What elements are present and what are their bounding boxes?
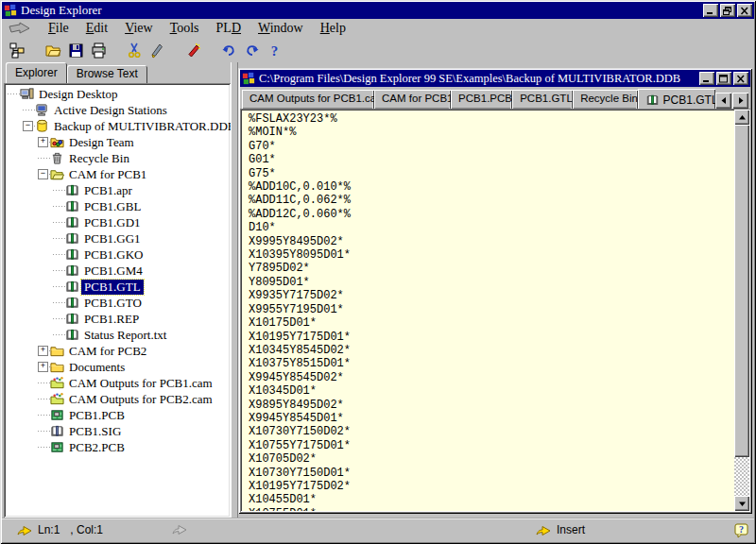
help-button[interactable]: ? xyxy=(263,40,285,60)
chevron-down-icon xyxy=(738,500,747,508)
document-tab[interactable]: CAM Outputs for PCB1.cam xyxy=(242,90,374,109)
tree-item[interactable]: +Design Team xyxy=(5,134,230,150)
menu-file[interactable]: File xyxy=(40,20,77,37)
document-area: C:\Program Files\Design Explorer 99 SE\E… xyxy=(238,62,754,518)
tree-item[interactable]: PCB2.PCB xyxy=(5,439,230,455)
document-tab[interactable]: PCB1.GTL xyxy=(512,90,573,109)
cam-doc-icon xyxy=(65,312,81,327)
tab-scroll-buttons xyxy=(715,93,748,109)
app-window: Design Explorer FileEditViewToolsPLDWind… xyxy=(0,0,756,544)
system-menu-arrow-icon[interactable] xyxy=(8,22,32,35)
doc-close-button[interactable] xyxy=(733,72,748,85)
run-script-button[interactable] xyxy=(181,40,204,60)
tree-item[interactable]: PCB1.PCB xyxy=(5,407,230,423)
tree-item[interactable]: PCB1.GM4 xyxy=(5,263,230,279)
tree-item[interactable]: CAM Outputs for PCB1.cam xyxy=(5,375,230,391)
folder-open-icon xyxy=(50,167,66,182)
tab-scroll-right-button[interactable] xyxy=(732,93,748,109)
undo-button[interactable] xyxy=(217,40,240,60)
print-button[interactable] xyxy=(87,40,110,60)
expand-icon[interactable]: + xyxy=(38,137,48,147)
tree-item-label: Backup of MULTIVIBRATOR.DDB xyxy=(51,119,231,134)
tree-item[interactable]: PCB1.GTL xyxy=(5,279,230,295)
text-line: G70* xyxy=(249,140,734,153)
doc-minimize-button[interactable] xyxy=(699,72,714,85)
menu-pld[interactable]: PLD xyxy=(208,20,249,37)
tree-item[interactable]: +CAM for PCB2 xyxy=(5,343,230,359)
tree-connector xyxy=(52,295,65,311)
cam-doc-icon xyxy=(65,199,81,214)
text-line: X10730Y7150D01* xyxy=(249,467,734,480)
scroll-down-button[interactable] xyxy=(734,496,749,511)
tree-item[interactable]: PCB1.GG1 xyxy=(5,230,230,246)
scroll-up-button[interactable] xyxy=(734,110,749,125)
tree-item-label: CAM Outputs for PCB2.cam xyxy=(66,392,215,407)
menu-view[interactable]: View xyxy=(116,20,162,37)
tree-item[interactable]: −CAM for PCB1 xyxy=(5,166,230,182)
tree-item[interactable]: PCB1.REP xyxy=(5,311,230,327)
tree-item[interactable]: −Backup of MULTIVIBRATOR.DDB xyxy=(5,118,230,134)
tree-connector xyxy=(37,375,50,391)
collapse-icon[interactable]: − xyxy=(23,121,33,131)
expand-icon[interactable]: + xyxy=(38,346,48,356)
menu-window[interactable]: Window xyxy=(249,20,312,37)
tree-connector xyxy=(7,86,20,102)
text-line: %ADD10C,0.010*% xyxy=(249,180,734,194)
tree-item[interactable]: PCB1.GKO xyxy=(5,246,230,263)
minimize-button[interactable] xyxy=(703,4,718,17)
knife-icon xyxy=(149,42,165,59)
doc-maximize-button[interactable] xyxy=(716,72,731,85)
text-line: X10345Y8545D02* xyxy=(249,344,734,357)
tree-item[interactable]: PCB1.GD1 xyxy=(5,214,230,230)
close-button[interactable] xyxy=(737,4,752,17)
tab-explorer[interactable]: Explorer xyxy=(6,62,67,83)
explorer-panel-toggle-button[interactable] xyxy=(6,40,28,60)
tree-toggle-icon xyxy=(9,42,26,59)
menu-edit[interactable]: Edit xyxy=(77,20,116,37)
tree-item[interactable]: PCB1.GBL xyxy=(5,198,230,214)
cam-doc-icon xyxy=(65,296,81,311)
tree-item[interactable]: PCB1.apr xyxy=(5,182,230,198)
menu-help[interactable]: Help xyxy=(312,20,354,37)
collapse-icon[interactable]: − xyxy=(38,169,48,179)
tree-item[interactable]: Status Report.txt xyxy=(5,327,230,343)
tree-item[interactable]: Active Design Stations xyxy=(5,102,230,118)
chevron-right-icon xyxy=(737,96,745,105)
panel-splitter[interactable] xyxy=(231,62,238,518)
scrollbar-thumb[interactable] xyxy=(734,125,749,457)
cut-button[interactable] xyxy=(123,40,146,60)
document-tab[interactable]: Recycle Bin xyxy=(573,90,637,109)
text-line: X10375Y8515D01* xyxy=(249,357,734,370)
wand-icon xyxy=(185,42,201,59)
tree-item[interactable]: +Documents xyxy=(5,359,230,375)
tab-scroll-left-button[interactable] xyxy=(715,93,731,109)
sig-doc-icon xyxy=(50,424,66,439)
copy-button[interactable] xyxy=(146,40,168,60)
menu-tools[interactable]: Tools xyxy=(162,20,208,37)
main-area: ExplorerBrowse Text Design DesktopActive… xyxy=(2,62,754,518)
save-button[interactable] xyxy=(64,40,87,60)
tree-item[interactable]: PCB1.SIG xyxy=(5,423,230,439)
chevron-left-icon xyxy=(720,96,728,105)
open-document-button[interactable] xyxy=(42,40,64,60)
tree-item-label: PCB1.REP xyxy=(81,312,142,327)
document-tab-active[interactable]: PCB1.GTL xyxy=(638,89,715,109)
tree-item[interactable]: PCB1.GTO xyxy=(5,295,230,311)
tree-item-label: PCB1.GG1 xyxy=(81,231,144,246)
app-icon xyxy=(4,4,17,17)
scrollbar-track[interactable] xyxy=(734,457,749,496)
gerber-text-editor[interactable]: %FSLAX23Y23*%%MOIN*%G70*G01*G75*%ADD10C,… xyxy=(241,110,734,511)
redo-button[interactable] xyxy=(240,40,263,60)
tree-connector xyxy=(52,263,65,279)
tree-item[interactable]: Design Desktop xyxy=(5,86,230,102)
restore-button[interactable] xyxy=(720,4,735,17)
tab-browse-text[interactable]: Browse Text xyxy=(67,65,147,83)
document-tab[interactable]: PCB1.PCB xyxy=(451,90,512,109)
status-bar: Ln:1 , Col:1 Insert ? xyxy=(2,518,754,542)
tree-item[interactable]: Recycle Bin xyxy=(5,150,230,166)
help-badge-icon[interactable]: ? xyxy=(734,523,748,538)
expand-icon[interactable]: + xyxy=(38,362,48,372)
tree-item[interactable]: CAM Outputs for PCB2.cam xyxy=(5,391,230,407)
document-tab[interactable]: CAM for PCB1 xyxy=(374,90,451,109)
tree-connector xyxy=(37,439,50,455)
